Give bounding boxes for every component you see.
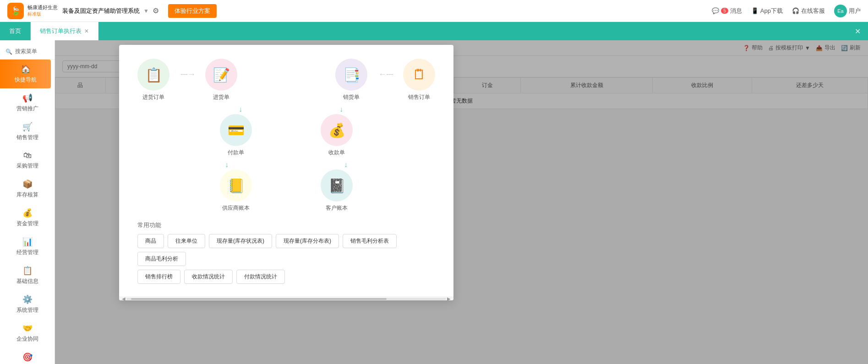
payment-bill-circle: 💳 <box>220 114 252 146</box>
purchase-bill-circle: 📝 <box>205 59 237 91</box>
sales-bill-circle: 📑 <box>335 59 367 91</box>
node-receipt-bill[interactable]: 💰 收款单 <box>321 114 353 157</box>
func-goods-button[interactable]: 商品 <box>137 234 164 248</box>
sidebar-item-sales[interactable]: 🛒 销售管理 <box>0 117 55 146</box>
flow-row-3: 📒 供应商账本 📓 客户账本 <box>137 169 435 212</box>
tab-close-icon[interactable]: ✕ <box>84 28 89 34</box>
sidebar: 🔍 搜索菜单 🏠 快捷导航 📢 营销推广 🛒 销售管理 🛍 采购管理 📦 库存核… <box>0 40 55 364</box>
search-icon: 🔍 <box>5 49 12 55</box>
supplier-ledger-label: 供应商账本 <box>222 204 250 212</box>
logo-text: 畅康通好生意 标准版 <box>27 4 58 17</box>
dropdown-arrow-icon[interactable]: ▼ <box>143 8 149 14</box>
node-sales-order[interactable]: 🗒 销售订单 <box>403 59 435 101</box>
customer-ledger-icon: 📓 <box>328 178 345 194</box>
dialog-overlay[interactable]: 📋 进货订单 - - - → 📝 <box>55 40 868 364</box>
tab-bar: 首页 销售订单执行表 ✕ ✕ <box>0 22 868 40</box>
message-badge: 5 <box>721 8 728 14</box>
sales-order-icon: 🗒 <box>412 67 426 82</box>
scrollbar-thumb <box>131 298 387 300</box>
receipt-bill-icon: 💰 <box>328 122 345 138</box>
scrollbar-track[interactable] <box>126 298 446 300</box>
sidebar-item-purchase[interactable]: 🛍 采购管理 <box>0 146 55 174</box>
header-right: 💬 5 消息 📱 App下载 🎧 在线客服 Ea 用户 <box>712 5 861 17</box>
chart-icon: 📊 <box>22 237 33 247</box>
main-layout: 🔍 搜索菜单 🏠 快捷导航 📢 营销推广 🛒 销售管理 🛍 采购管理 📦 库存核… <box>0 40 868 364</box>
content-area: ❓ 帮助 🖨 按模板打印 ▼ 📤 导出 🔄 刷新 <box>55 40 868 364</box>
logo-icon: 🍃 <box>7 3 24 19</box>
common-functions: 常用功能 商品 往来单位 现存量(库存状况表) 现存量(库存分布表) 销售毛利分… <box>137 221 435 284</box>
app-download-button[interactable]: 📱 App下载 <box>751 7 783 15</box>
supplier-ledger-circle: 📒 <box>220 169 252 201</box>
user-area[interactable]: Ea 用户 <box>834 5 861 17</box>
func-stock-dist-button[interactable]: 现存量(库存分布表) <box>276 234 339 248</box>
sales-order-circle: 🗒 <box>403 59 435 91</box>
box-icon: 📦 <box>22 179 33 189</box>
guide-icon: 🎯 <box>22 352 33 362</box>
arrows-down-row-2: ↓ ↓ <box>137 160 435 169</box>
func-goods-profit-button[interactable]: 商品毛利分析 <box>137 252 186 266</box>
cooperation-icon: 🤝 <box>22 323 33 333</box>
cart-icon: 🛒 <box>22 122 33 132</box>
gear-icon: ⚙️ <box>22 294 33 304</box>
message-icon: 💬 <box>712 7 719 14</box>
trial-button[interactable]: 体验行业方案 <box>168 4 217 18</box>
func-sales-profit-button[interactable]: 销售毛利分析表 <box>343 234 397 248</box>
home-icon: 🏠 <box>21 64 31 74</box>
sidebar-item-marketing[interactable]: 📢 营销推广 <box>0 88 55 117</box>
func-stock-status-button[interactable]: 现存量(库存状况表) <box>209 234 272 248</box>
search-menu[interactable]: 🔍 搜索菜单 <box>0 44 55 60</box>
sales-bill-label: 销货单 <box>343 93 360 101</box>
arrow-purchase-to-purchase-bill: - - - → <box>180 70 194 79</box>
scroll-right-icon[interactable]: ▶ <box>446 296 452 300</box>
sidebar-item-basic-info[interactable]: 📋 基础信息 <box>0 261 55 290</box>
node-payment-bill[interactable]: 💳 付款单 <box>220 114 252 157</box>
tab-home[interactable]: 首页 <box>0 22 31 40</box>
flow-row-1: 📋 进货订单 - - - → 📝 <box>137 59 435 101</box>
func-buttons-row2: 销售排行榜 收款情况统计 付款情况统计 <box>137 270 435 284</box>
phone-icon: 📱 <box>751 7 759 14</box>
system-title-text: 装备及固定资产辅助管理系统 <box>62 7 140 15</box>
func-buttons-row1: 商品 往来单位 现存量(库存状况表) 现存量(库存分布表) 销售毛利分析表 商品… <box>137 234 435 266</box>
node-purchase-order[interactable]: 📋 进货订单 <box>137 59 169 101</box>
sidebar-item-newbie[interactable]: 🎯 新手引导 <box>0 348 55 364</box>
purchase-order-circle: 📋 <box>137 59 169 91</box>
node-purchase-bill[interactable]: 📝 进货单 <box>205 59 237 101</box>
node-customer-ledger[interactable]: 📓 客户账本 <box>321 169 353 212</box>
sidebar-item-quick-nav[interactable]: 🏠 快捷导航 <box>0 60 51 88</box>
func-receipt-stats-button[interactable]: 收款情况统计 <box>184 270 233 284</box>
sidebar-item-system[interactable]: ⚙️ 系统管理 <box>0 290 55 319</box>
flow-row-2: 💳 付款单 💰 收款单 <box>137 114 435 157</box>
settings-icon[interactable]: ⚙ <box>153 6 159 15</box>
node-supplier-ledger[interactable]: 📒 供应商账本 <box>220 169 252 212</box>
customer-ledger-circle: 📓 <box>321 169 353 201</box>
sidebar-item-finance[interactable]: 💰 资金管理 <box>0 203 55 232</box>
func-partner-button[interactable]: 往来单位 <box>168 234 205 248</box>
marketing-icon: 📢 <box>22 93 33 103</box>
purchase-order-icon: 📋 <box>145 67 162 83</box>
payment-bill-label: 付款单 <box>228 149 244 157</box>
sales-order-label: 销售订单 <box>408 93 430 101</box>
sales-bill-icon: 📑 <box>343 67 360 83</box>
receipt-bill-label: 收款单 <box>328 149 345 157</box>
tab-sales-order[interactable]: 销售订单执行表 ✕ <box>31 22 98 40</box>
purchase-order-label: 进货订单 <box>142 93 164 101</box>
func-payment-stats-button[interactable]: 付款情况统计 <box>236 270 285 284</box>
sidebar-item-management[interactable]: 📊 经营管理 <box>0 232 55 261</box>
tab-bar-close-icon[interactable]: ✕ <box>847 27 868 36</box>
scroll-left-icon[interactable]: ◀ <box>121 296 126 300</box>
customer-service-button[interactable]: 🎧 在线客服 <box>792 7 825 15</box>
node-sales-bill[interactable]: 📑 销货单 <box>335 59 367 101</box>
sidebar-item-inventory[interactable]: 📦 库存核算 <box>0 174 55 203</box>
quick-nav-dialog: 📋 进货订单 - - - → 📝 <box>119 45 453 300</box>
func-sales-rank-button[interactable]: 销售排行榜 <box>137 270 180 284</box>
system-title: 装备及固定资产辅助管理系统 ▼ ⚙ 体验行业方案 <box>62 4 712 18</box>
logo-area: 🍃 畅康通好生意 标准版 <box>7 3 62 19</box>
shopping-icon: 🛍 <box>23 151 32 160</box>
customer-ledger-label: 客户账本 <box>326 204 348 212</box>
arrow-down-receipt: ↓ <box>344 161 348 168</box>
sidebar-item-enterprise[interactable]: 🤝 企业协同 <box>0 319 55 348</box>
dialog-content: 📋 进货订单 - - - → 📝 <box>119 45 453 297</box>
message-button[interactable]: 💬 5 消息 <box>712 7 742 15</box>
receipt-bill-circle: 💰 <box>321 114 353 146</box>
arrow-sales-order-to-sales-bill: ← - - - <box>378 70 392 79</box>
